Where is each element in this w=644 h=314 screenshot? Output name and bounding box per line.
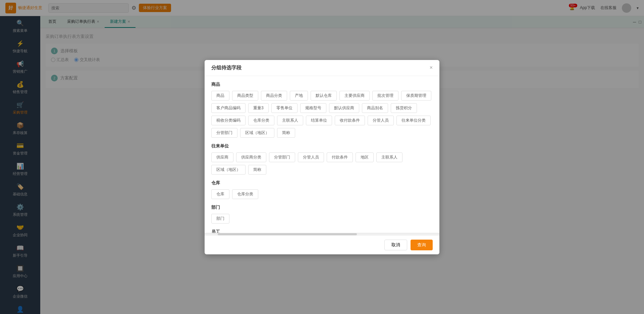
field-tag-partner-5[interactable]: 地区	[356, 152, 374, 162]
field-section-partner: 往来单位供应商供应商分类分管部门分管人员付款条件地区主联系人区域（地区）简称	[211, 143, 433, 175]
field-tag-product-0[interactable]: 商品	[211, 91, 229, 101]
field-tag-product-23[interactable]: 区域（地区）	[240, 128, 274, 138]
field-section-employee: 员工业务员	[211, 229, 433, 233]
field-tag-partner-3[interactable]: 分管人员	[298, 152, 324, 162]
field-section-title-product: 商品	[211, 81, 433, 87]
field-tag-product-2[interactable]: 商品分类	[261, 91, 287, 101]
field-section-title-partner: 往来单位	[211, 143, 433, 149]
field-tag-product-6[interactable]: 批次管理	[372, 91, 398, 101]
field-tag-warehouse-0[interactable]: 仓库	[211, 189, 229, 199]
field-section-title-employee: 员工	[211, 229, 433, 233]
field-section-warehouse: 仓库仓库仓库分类	[211, 180, 433, 199]
cancel-button[interactable]: 取消	[384, 240, 407, 250]
field-tag-department-0[interactable]: 部门	[211, 214, 229, 224]
field-section-title-warehouse: 仓库	[211, 180, 433, 186]
modal-footer: 取消 查询	[205, 235, 439, 254]
field-tag-product-12[interactable]: 默认供应商	[329, 103, 359, 113]
modal-header: 分组待选字段 ×	[205, 60, 439, 76]
field-tag-product-5[interactable]: 主要供应商	[339, 91, 370, 101]
modal-title: 分组待选字段	[211, 65, 241, 71]
field-section-product: 商品商品商品类型商品分类产地默认仓库主要供应商批次管理保质期管理客户商品编码重量…	[211, 81, 433, 138]
confirm-button[interactable]: 查询	[411, 240, 433, 250]
field-tags-product: 商品商品类型商品分类产地默认仓库主要供应商批次管理保质期管理客户商品编码重量3零…	[211, 91, 433, 138]
field-tags-warehouse: 仓库仓库分类	[211, 189, 433, 199]
field-tag-partner-1[interactable]: 供应商分类	[236, 152, 266, 162]
field-tag-product-20[interactable]: 分管人员	[368, 116, 394, 125]
modal-overlay: 分组待选字段 × 商品商品商品类型商品分类产地默认仓库主要供应商批次管理保质期管…	[0, 0, 644, 314]
modal-close-icon[interactable]: ×	[430, 65, 433, 71]
field-tag-product-1[interactable]: 商品类型	[232, 91, 258, 101]
field-tag-partner-4[interactable]: 付款条件	[327, 152, 353, 162]
field-tag-product-10[interactable]: 零售单位	[271, 103, 298, 113]
field-tags-partner: 供应商供应商分类分管部门分管人员付款条件地区主联系人区域（地区）简称	[211, 152, 433, 175]
field-select-modal: 分组待选字段 × 商品商品商品类型商品分类产地默认仓库主要供应商批次管理保质期管…	[205, 60, 439, 254]
field-tag-product-7[interactable]: 保质期管理	[401, 91, 431, 101]
modal-hscroll[interactable]	[205, 233, 439, 235]
field-tag-product-21[interactable]: 往来单位分类	[396, 116, 431, 125]
field-tag-product-9[interactable]: 重量3	[248, 103, 269, 113]
field-section-department: 部门部门	[211, 204, 433, 224]
field-tag-product-15[interactable]: 税收分类编码	[211, 116, 246, 125]
field-tag-partner-8[interactable]: 简称	[248, 165, 266, 175]
field-tag-product-14[interactable]: 拣货积分	[391, 103, 417, 113]
field-tag-product-17[interactable]: 主联系人	[277, 116, 303, 125]
field-section-title-department: 部门	[211, 204, 433, 210]
field-tags-department: 部门	[211, 214, 433, 224]
modal-body[interactable]: 商品商品商品类型商品分类产地默认仓库主要供应商批次管理保质期管理客户商品编码重量…	[205, 76, 439, 233]
field-tag-product-13[interactable]: 商品别名	[362, 103, 388, 113]
field-tag-partner-2[interactable]: 分管部门	[269, 152, 295, 162]
field-tag-product-16[interactable]: 仓库分类	[248, 116, 274, 125]
field-tag-partner-7[interactable]: 区域（地区）	[211, 165, 246, 175]
field-tag-warehouse-1[interactable]: 仓库分类	[232, 189, 258, 199]
field-tag-partner-0[interactable]: 供应商	[211, 152, 233, 162]
field-tag-product-19[interactable]: 收付款条件	[335, 116, 365, 125]
field-tag-product-18[interactable]: 结算单位	[306, 116, 332, 125]
field-tag-partner-6[interactable]: 主联系人	[376, 152, 402, 162]
field-tag-product-24[interactable]: 简称	[277, 128, 295, 138]
field-tag-product-8[interactable]: 客户商品编码	[211, 103, 246, 113]
field-tag-product-3[interactable]: 产地	[290, 91, 308, 101]
field-tag-product-11[interactable]: 规格型号	[300, 103, 326, 113]
field-tag-product-4[interactable]: 默认仓库	[311, 91, 337, 101]
field-tag-product-22[interactable]: 分管部门	[211, 128, 237, 138]
